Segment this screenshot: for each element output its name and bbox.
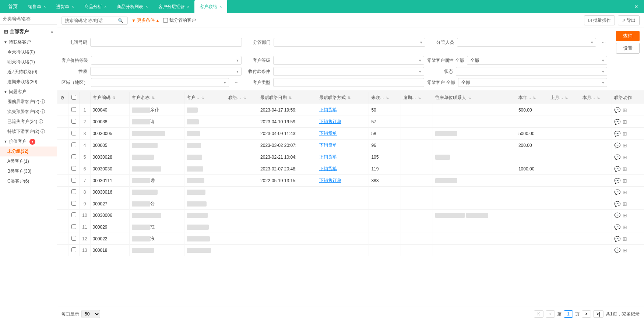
row-checkbox[interactable] xyxy=(71,142,76,147)
select-all-checkbox[interactable] xyxy=(71,95,76,100)
tab-sales[interactable]: 销售单 × xyxy=(23,0,51,13)
export-button[interactable]: ↗ 导出 xyxy=(618,15,640,25)
grid-icon[interactable]: ⊞ xyxy=(623,131,627,137)
contact-method-link[interactable]: 下销售订单 xyxy=(319,119,341,124)
sidebar-collapse-btn[interactable]: « xyxy=(50,29,53,34)
grid-icon[interactable]: ⊞ xyxy=(623,142,627,148)
tab-customer-contact[interactable]: 客户联络 × xyxy=(194,0,227,13)
filter-input-phone[interactable] xyxy=(90,38,242,47)
row-checkbox[interactable] xyxy=(71,107,76,112)
filter-status-select[interactable] xyxy=(456,67,607,76)
tab-customer-tier[interactable]: 客户分层经营 × xyxy=(153,0,194,13)
col-settings[interactable]: ⚙ xyxy=(57,92,68,104)
contact-method-link[interactable]: 下销货单 xyxy=(319,166,337,171)
grid-icon[interactable]: ⊞ xyxy=(623,247,627,253)
close-product-analysis-tab[interactable]: × xyxy=(104,4,106,9)
col-this-month[interactable]: 本月... ⇅ xyxy=(580,92,612,104)
grid-icon[interactable]: ⊞ xyxy=(623,212,627,218)
sidebar-item-hoarding-abnormal[interactable]: 囤购异常客户(2) ⓘ xyxy=(0,97,57,107)
sidebar-item-tomorrow-pending[interactable]: 明天待联络(1) xyxy=(0,57,57,67)
close-customer-contact-tab[interactable]: × xyxy=(219,4,222,9)
sidebar-item-c-class[interactable]: C类客户(6) xyxy=(0,176,57,186)
grid-icon[interactable]: ⊞ xyxy=(623,107,627,113)
grid-icon[interactable]: ⊞ xyxy=(623,154,627,160)
grid-icon[interactable]: ⊞ xyxy=(623,166,627,172)
filter-payment-select[interactable] xyxy=(273,67,425,76)
row-checkbox[interactable] xyxy=(71,224,76,229)
chat-icon[interactable]: 💬 xyxy=(614,166,620,172)
contact-method-link[interactable]: 下销售订单 xyxy=(319,178,341,183)
row-checkbox[interactable] xyxy=(71,154,76,159)
chat-icon[interactable]: 💬 xyxy=(614,212,620,218)
grid-icon[interactable]: ⊞ xyxy=(623,224,627,230)
filter-more-conditions[interactable]: ▼ 更多条件 ▲ xyxy=(131,17,159,24)
filter-retail-attr-select[interactable]: 全部 xyxy=(467,56,607,65)
filter-person-dots[interactable]: ··· xyxy=(599,40,609,45)
sidebar-all-customers[interactable]: ⊞ 全部客户 « xyxy=(0,26,57,37)
contact-method-link[interactable]: 下销货单 xyxy=(319,154,337,159)
sidebar-item-declining[interactable]: 持续下滑客户(2) ⓘ xyxy=(0,127,57,137)
chat-icon[interactable]: 💬 xyxy=(614,236,620,242)
sidebar-section-problem[interactable]: ▼ 问题客户 xyxy=(0,87,57,97)
row-checkbox[interactable] xyxy=(71,201,76,206)
tab-product-analysis-list[interactable]: 商品分析列表 × xyxy=(112,0,153,13)
sidebar-item-today-pending[interactable]: 今天待联络(0) xyxy=(0,47,57,57)
col-customer-code[interactable]: 客户编码 ⇅ xyxy=(90,92,130,104)
filter-reset-button[interactable]: 设置 xyxy=(616,43,640,54)
chat-icon[interactable]: 💬 xyxy=(614,119,620,125)
filter-search-icon[interactable]: 🔍 xyxy=(118,18,123,23)
sidebar-item-unassigned-group[interactable]: 未分组(32) xyxy=(0,147,57,156)
last-page-button[interactable]: >| xyxy=(593,310,603,318)
chat-icon[interactable]: 💬 xyxy=(614,224,620,230)
sidebar-search-input[interactable] xyxy=(3,16,58,21)
close-sales-tab[interactable]: × xyxy=(43,4,46,9)
filter-input-customer-type[interactable] xyxy=(273,78,425,87)
row-checkbox[interactable] xyxy=(71,178,76,183)
col-unit-contact[interactable]: 往来单位联系人 ⇅ xyxy=(433,92,516,104)
grid-icon[interactable]: ⊞ xyxy=(623,119,627,125)
col-last-contact-method[interactable]: 最后联络方式 ⇅ xyxy=(317,92,369,104)
filter-region-select[interactable] xyxy=(91,78,229,87)
chat-icon[interactable]: 💬 xyxy=(614,201,620,207)
row-checkbox[interactable] xyxy=(71,189,76,194)
tab-purchase[interactable]: 进货单 × xyxy=(51,0,79,13)
first-page-button[interactable]: K xyxy=(534,310,543,318)
sidebar-item-b-class[interactable]: B类客户(33) xyxy=(0,166,57,176)
col-last-month[interactable]: 上月... ⇅ xyxy=(548,92,580,104)
filter-retail-select[interactable]: 全部 xyxy=(458,78,607,87)
batch-operation-button[interactable]: ☑ 批量操作 xyxy=(584,15,615,25)
filter-nature-select[interactable] xyxy=(90,67,242,76)
contact-method-link[interactable]: 下销货单 xyxy=(319,107,337,112)
row-checkbox[interactable] xyxy=(71,166,76,171)
filter-person-select[interactable] xyxy=(457,38,596,47)
chat-icon[interactable]: 💬 xyxy=(614,247,620,253)
col-overdue[interactable]: 逾期... ⇅ xyxy=(401,92,433,104)
row-checkbox[interactable] xyxy=(71,131,76,135)
sidebar-item-churned[interactable]: 已流失客户(24) ⓘ xyxy=(0,117,57,127)
row-checkbox[interactable] xyxy=(71,236,76,241)
col-not-contacted[interactable]: 未联... ⇅ xyxy=(369,92,401,104)
grid-icon[interactable]: ⊞ xyxy=(623,201,627,207)
prev-page-button[interactable]: < xyxy=(546,310,555,318)
chat-icon[interactable]: 💬 xyxy=(614,189,620,195)
row-checkbox[interactable] xyxy=(71,212,76,217)
chat-icon[interactable]: 💬 xyxy=(614,178,620,184)
sidebar-item-churn-warning[interactable]: 流失预警客户(3) ⓘ xyxy=(0,107,57,117)
close-customer-tier-tab[interactable]: × xyxy=(187,4,189,9)
filter-search-input[interactable] xyxy=(65,18,116,23)
filter-customer-level-select[interactable] xyxy=(273,56,425,65)
my-customers-checkbox[interactable] xyxy=(163,18,168,23)
close-all-tabs[interactable]: × xyxy=(631,3,641,11)
col-customer-type[interactable]: 客户... ⇅ xyxy=(184,92,226,104)
sidebar-section-value[interactable]: ▼ 价值客户 ● xyxy=(0,137,57,147)
row-checkbox[interactable] xyxy=(71,247,76,252)
col-last-contact-date[interactable]: 最后联络日期 ⇅ xyxy=(258,92,317,104)
col-contact[interactable]: 联络... ⇅ xyxy=(226,92,258,104)
sidebar-item-7day-pending[interactable]: 近7天待联络(0) xyxy=(0,67,57,77)
chat-icon[interactable]: 💬 xyxy=(614,142,620,148)
home-tab[interactable]: 首页 xyxy=(3,0,23,13)
row-checkbox[interactable] xyxy=(71,119,76,124)
tab-product-analysis[interactable]: 商品分析 × xyxy=(79,0,112,13)
filter-dept-select[interactable] xyxy=(274,38,425,47)
chat-icon[interactable]: 💬 xyxy=(614,131,620,137)
